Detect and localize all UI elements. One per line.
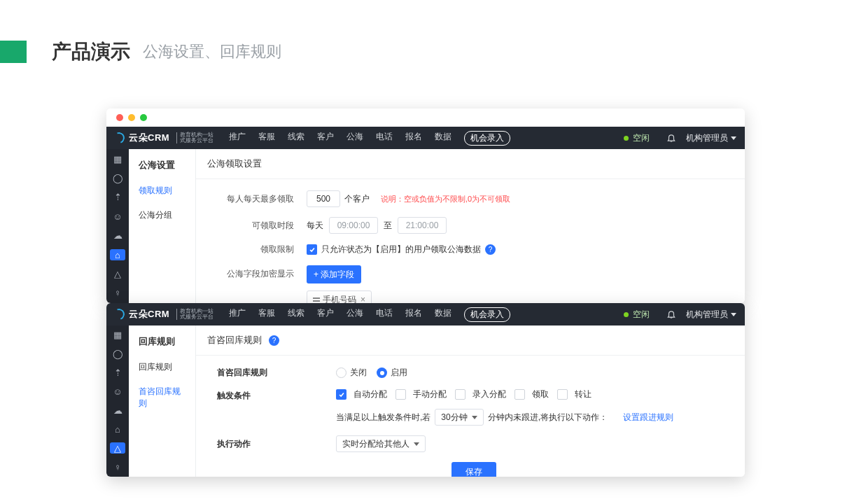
nav-item[interactable]: 数据 <box>435 131 451 146</box>
radio-on[interactable] <box>377 368 387 378</box>
app-logo: 云朵CRM 教育机构一站式服务云平台 <box>106 308 220 321</box>
bell-icon[interactable] <box>666 133 676 143</box>
rail-icon-home-active[interactable]: ⌂ <box>110 249 125 260</box>
nav-item[interactable]: 推广 <box>229 131 246 146</box>
app-topbar: 云朵CRM 教育机构一站式服务云平台 推广 客服 线索 客户 公海 电话 报名 … <box>106 303 745 326</box>
label-restriction: 领取限制 <box>217 244 294 255</box>
opt-label: 自动分配 <box>354 388 387 400</box>
nav-item[interactable]: 公海 <box>346 307 363 322</box>
checkbox-transfer[interactable] <box>557 389 568 400</box>
rail-icon-person[interactable]: ♀ <box>110 461 125 472</box>
chevron-down-icon <box>731 136 736 140</box>
rail-icon-user[interactable]: ☺ <box>110 211 125 222</box>
rail-icon-cloud[interactable]: ☁ <box>110 405 125 416</box>
label-encrypt: 公海字段加密显示 <box>217 265 294 280</box>
add-field-button[interactable]: + 添加字段 <box>307 265 361 284</box>
opt-label: 录入分配 <box>472 388 506 400</box>
help-icon[interactable]: ? <box>269 335 279 346</box>
user-label: 机构管理员 <box>686 132 728 144</box>
input-daily-limit[interactable] <box>307 190 340 207</box>
rail-icon-cloud[interactable]: ☁ <box>110 230 125 241</box>
input-time-from[interactable] <box>329 217 378 234</box>
nav-item[interactable]: 客户 <box>317 131 334 146</box>
nav-item[interactable]: 报名 <box>405 307 422 322</box>
side-item-claim-rules[interactable]: 领取规则 <box>129 178 195 203</box>
chevron-down-icon <box>731 313 736 316</box>
nav-item[interactable]: 电话 <box>376 307 393 322</box>
rail-icon-person[interactable]: ♀ <box>110 288 125 299</box>
nav-item[interactable]: 客户 <box>317 307 334 322</box>
user-menu[interactable]: 机构管理员 <box>686 132 736 144</box>
row-action: 执行动作 实时分配给其他人 <box>217 435 731 452</box>
left-icon-rail: ▦ ◯ ⇡ ☺ ☁ ⌂ △ ♀ <box>106 149 129 303</box>
drag-handle-icon <box>313 298 320 302</box>
side-item-groups[interactable]: 公海分组 <box>129 203 195 227</box>
status-dot-icon <box>624 136 629 141</box>
rail-icon-dashboard[interactable]: ▦ <box>110 330 125 341</box>
nav-pill-opportunity-entry[interactable]: 机会录入 <box>464 131 510 146</box>
section-title: 首咨回库规则 ? <box>196 326 745 356</box>
select-minutes[interactable]: 30分钟 <box>435 409 483 426</box>
checkbox-auto-assign[interactable] <box>336 389 346 400</box>
rail-icon-home[interactable]: ⌂ <box>110 424 125 435</box>
row-trigger: 触发条件 自动分配 手动分配 录入分配 领取 转让 <box>217 388 731 426</box>
rail-icon-recycle-active[interactable]: △ <box>110 442 125 454</box>
left-icon-rail: ▦ ◯ ⇡ ☺ ☁ ⌂ △ ♀ <box>106 326 129 477</box>
checkbox-restriction[interactable] <box>307 244 317 255</box>
side-item-first-consult-rule[interactable]: 首咨回库规则 <box>129 379 195 416</box>
mac-minimize-icon[interactable] <box>128 114 135 121</box>
sentence-b: 分钟内未跟进,将执行以下动作： <box>488 412 608 424</box>
chevron-down-icon <box>472 416 477 419</box>
rail-icon-recycle[interactable]: △ <box>110 268 125 279</box>
label-trigger: 触发条件 <box>217 388 273 402</box>
status-dot-icon <box>624 312 629 317</box>
save-button[interactable]: 保存 <box>451 462 496 477</box>
nav-item[interactable]: 线索 <box>288 131 304 146</box>
user-menu[interactable]: 机构管理员 <box>686 309 736 321</box>
side-menu: 回库规则 回库规则 首咨回库规则 <box>129 326 196 477</box>
rail-icon-stats[interactable]: ⇡ <box>110 368 125 379</box>
opt-label: 转让 <box>575 388 592 400</box>
nav-item[interactable]: 报名 <box>405 131 422 146</box>
nav-item[interactable]: 电话 <box>376 131 393 146</box>
main-panel: 公海领取设置 每人每天最多领取 个客户 说明：空或负值为不限制,0为不可领取 可… <box>196 149 745 303</box>
rail-icon-shield[interactable]: ◯ <box>110 172 125 183</box>
nav-item[interactable]: 数据 <box>435 307 451 322</box>
mac-close-icon[interactable] <box>116 114 123 121</box>
agent-status[interactable]: 空闲 <box>624 309 650 321</box>
nav-pill-opportunity-entry[interactable]: 机会录入 <box>464 307 510 322</box>
rail-icon-shield[interactable]: ◯ <box>110 349 125 360</box>
section-title: 公海领取设置 <box>196 149 745 179</box>
agent-status[interactable]: 空闲 <box>624 132 650 144</box>
nav-item[interactable]: 客服 <box>258 131 275 146</box>
rail-icon-user[interactable]: ☺ <box>110 386 125 398</box>
logo-tagline: 教育机构一站式服务云平台 <box>176 132 214 144</box>
help-icon[interactable]: ? <box>485 244 496 255</box>
side-item-return-rules[interactable]: 回库规则 <box>129 355 195 379</box>
checkbox-entry-assign[interactable] <box>455 389 465 400</box>
bell-icon[interactable] <box>666 309 676 319</box>
row-time-slot: 可领取时段 每天 至 <box>217 217 731 234</box>
user-label: 机构管理员 <box>686 309 728 321</box>
top-nav: 推广 客服 线索 客户 公海 电话 报名 数据 机会录入 <box>229 307 510 322</box>
label-action: 执行动作 <box>217 438 273 450</box>
row-enable-rule: 首咨回库规则 关闭 启用 <box>217 367 731 379</box>
nav-item[interactable]: 线索 <box>288 307 304 322</box>
nav-item[interactable]: 客服 <box>258 307 275 322</box>
rail-icon-dashboard[interactable]: ▦ <box>110 153 125 164</box>
nav-item[interactable]: 推广 <box>229 307 246 322</box>
remove-chip-icon[interactable]: × <box>360 295 365 303</box>
side-menu: 公海设置 领取规则 公海分组 <box>129 149 196 303</box>
nav-item[interactable]: 公海 <box>346 131 363 146</box>
encrypted-field-chip[interactable]: 手机号码 × <box>307 290 372 303</box>
checkbox-claim[interactable] <box>514 389 525 400</box>
mac-zoom-icon[interactable] <box>140 114 147 121</box>
time-separator: 至 <box>384 220 392 232</box>
checkbox-manual-assign[interactable] <box>396 389 406 400</box>
input-time-to[interactable] <box>398 217 447 234</box>
select-action[interactable]: 实时分配给其他人 <box>336 435 426 452</box>
sentence-a: 当满足以上触发条件时,若 <box>336 412 430 424</box>
rail-icon-stats[interactable]: ⇡ <box>110 192 125 203</box>
link-followup-settings[interactable]: 设置跟进规则 <box>623 412 673 424</box>
radio-off[interactable] <box>336 368 346 378</box>
